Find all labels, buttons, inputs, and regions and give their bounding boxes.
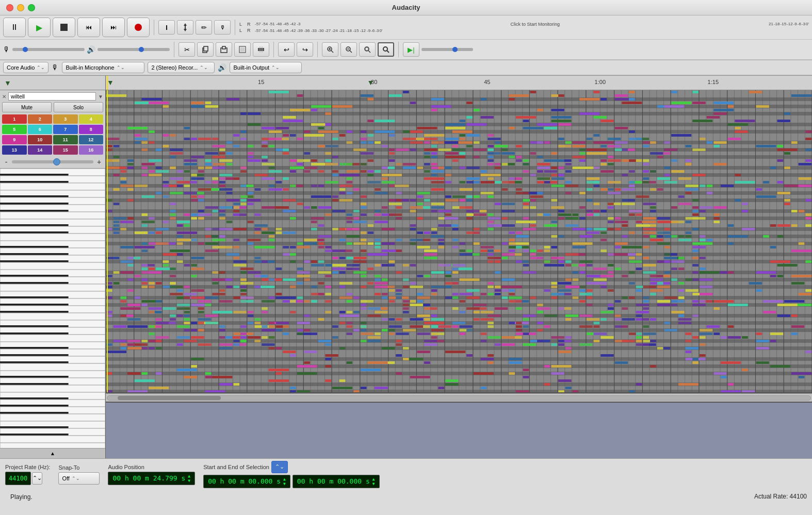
skip-end-button[interactable]: ⏭	[102, 18, 125, 37]
zoom-fit-button[interactable]	[359, 42, 376, 57]
ch-16-button[interactable]: 16	[79, 145, 104, 155]
ch-8-button[interactable]: 8	[79, 125, 104, 134]
paste-button[interactable]	[216, 42, 232, 57]
select-tool-button[interactable]: I	[158, 20, 175, 35]
ch-3-button[interactable]: 3	[53, 114, 78, 124]
ch-2-button[interactable]: 2	[28, 114, 53, 124]
playback-speed-slider[interactable]	[421, 48, 473, 51]
svg-line-17	[350, 51, 352, 53]
ch-12-button[interactable]: 12	[79, 135, 104, 144]
redo-button[interactable]: ↪	[297, 42, 313, 57]
snap-to-group: Snap-To Off ⌃⌄	[58, 464, 100, 485]
svg-line-20	[368, 51, 370, 53]
separator6	[398, 42, 399, 57]
ch-15-button[interactable]: 15	[53, 145, 78, 155]
minimize-button[interactable]	[17, 4, 24, 11]
zoom-in-button[interactable]	[322, 42, 338, 57]
window-buttons	[6, 4, 35, 11]
ch-14-button[interactable]: 14	[28, 145, 53, 155]
scrollbar-thumb[interactable]	[118, 396, 221, 400]
right-panel: ▼ ▼ 15 30 45 1:00 1:15	[106, 76, 812, 458]
selection-group: Start and End of Selection ⌃⌄ 00 h 00 m …	[203, 461, 379, 488]
ch-6-button[interactable]: 6	[28, 125, 53, 134]
ch-4-button[interactable]: 4	[79, 114, 104, 124]
trim-button[interactable]	[234, 42, 251, 57]
ch-5-button[interactable]: 5	[2, 125, 27, 134]
ch-10-button[interactable]: 10	[28, 135, 53, 144]
output-device-select[interactable]: Built-in Output ⌃⌄	[230, 62, 302, 73]
skip-start-button[interactable]: ⏮	[77, 18, 100, 37]
project-rate-value[interactable]: 44100	[5, 472, 31, 485]
copy-button[interactable]	[197, 42, 214, 57]
ruler-label-115: 1:15	[708, 79, 719, 85]
velocity-increase-button[interactable]: +	[95, 158, 103, 166]
note-grid[interactable]	[106, 90, 812, 393]
selection-start-value[interactable]: 00 h 00 m 00.000 s ▲ ▼	[203, 475, 290, 488]
audio-position-label: Audio Position	[108, 464, 195, 470]
silence-button[interactable]	[253, 42, 269, 57]
speaker-icon: 🔊	[87, 45, 95, 54]
playhead-marker-left: ▼	[4, 79, 11, 87]
selection-end-value[interactable]: 00 h 00 m 00.000 s ▲ ▼	[293, 475, 380, 488]
zoom-sel-button[interactable]	[378, 42, 394, 57]
solo-button[interactable]: Solo	[54, 102, 103, 112]
pause-button[interactable]: ⏸	[3, 18, 26, 37]
ch-1-button[interactable]: 1	[2, 114, 27, 124]
velocity-slider[interactable]	[12, 160, 93, 163]
input-device-select[interactable]: Built-in Microphone ⌃⌄	[62, 62, 144, 73]
cut-button[interactable]: ✂	[178, 42, 195, 57]
mute-button[interactable]: Mute	[2, 102, 52, 112]
play-at-speed-button[interactable]: ▶|	[403, 42, 419, 57]
click-to-monitor[interactable]: Click to Start Monitoring	[302, 22, 769, 27]
undo-button[interactable]: ↩	[278, 42, 295, 57]
svg-rect-4	[204, 46, 208, 51]
grid-canvas	[106, 90, 812, 393]
svg-point-22	[383, 47, 387, 51]
audio-position-value[interactable]: 00 h 00 m 24.799 s ▲ ▼	[108, 472, 195, 485]
mic-button[interactable]: 🎙	[214, 20, 231, 35]
ch-13-button[interactable]: 13	[2, 145, 27, 155]
ruler-label-30: 30	[371, 79, 377, 85]
track-close-button[interactable]: ✕	[2, 94, 6, 99]
title-bar: Audacity	[0, 0, 812, 15]
selection-type-dropdown[interactable]: ⌃⌄	[271, 461, 288, 473]
horizontal-scrollbar[interactable]	[106, 393, 812, 402]
ruler-label-15: 15	[258, 79, 264, 85]
velocity-decrease-button[interactable]: -	[2, 158, 10, 166]
zoom-out-button[interactable]	[340, 42, 357, 57]
velocity-row: - +	[2, 158, 103, 166]
channels-select[interactable]: 2 (Stereo) Recor... ⌃⌄	[148, 62, 215, 73]
ruler-left: ▼	[0, 76, 105, 90]
record-button[interactable]	[127, 18, 150, 37]
track-dropdown-button[interactable]: ▼	[98, 94, 103, 99]
play-button[interactable]: ▶	[28, 18, 51, 37]
ch-7-button[interactable]: 7	[53, 125, 78, 134]
output-level-slider[interactable]	[98, 48, 170, 51]
project-rate-dropdown[interactable]: ⌃⌄	[32, 472, 42, 485]
scroll-up-button[interactable]: ▲	[0, 448, 105, 458]
playing-status: Playing.	[5, 491, 38, 503]
ruler-label-45: 45	[484, 79, 490, 85]
channel-grid: 1 2 3 4 5 6 7 8 9 10 11 12 13 14 15 16	[2, 114, 103, 155]
snap-to-select[interactable]: Off ⌃⌄	[58, 472, 100, 485]
track-name-input[interactable]	[8, 92, 96, 101]
close-button[interactable]	[6, 4, 13, 11]
piano-keys-container	[0, 169, 105, 448]
input-level-slider[interactable]	[12, 48, 85, 51]
scrollbar-track[interactable]	[107, 395, 811, 401]
audio-pos-up[interactable]: ▲	[188, 474, 190, 478]
snap-to-label: Snap-To	[58, 464, 100, 471]
ch-9-button[interactable]: 9	[2, 135, 27, 144]
svg-rect-8	[240, 47, 245, 52]
draw-tool-button[interactable]: ✏	[196, 20, 212, 35]
timeline-ruler: ▼ ▼ 15 30 45 1:00 1:15	[106, 76, 812, 90]
output-speaker-icon: 🔊	[218, 63, 226, 72]
project-rate-group: Project Rate (Hz): 44100 ⌃⌄	[5, 464, 50, 485]
multitool-button[interactable]	[177, 20, 193, 35]
maximize-button[interactable]	[28, 4, 35, 11]
ch-11-button[interactable]: 11	[53, 135, 78, 144]
stop-button[interactable]	[53, 18, 75, 37]
host-select[interactable]: Core Audio ⌃⌄	[3, 62, 48, 73]
audio-pos-down[interactable]: ▼	[188, 478, 190, 483]
actual-rate: Actual Rate: 44100	[754, 493, 807, 500]
